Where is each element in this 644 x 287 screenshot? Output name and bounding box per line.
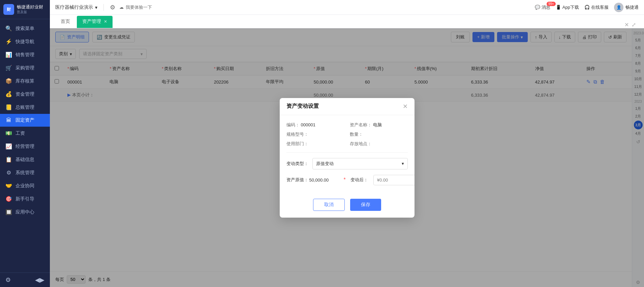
window-controls: ✕ ⤢: [624, 22, 639, 28]
tab-home[interactable]: 首页: [55, 16, 75, 28]
sidebar-item-label: 采购管理: [16, 65, 34, 71]
company-chevron-icon: ▾: [95, 5, 97, 10]
service-icon: 🎧: [584, 5, 590, 10]
experience-icon: ☁: [119, 5, 124, 10]
sidebar-item-label: 库存核算: [16, 78, 34, 84]
dialog-footer: 取消 保存: [280, 199, 415, 218]
asset-change-dialog: 资产变动设置 ✕ 编码： 000001 资产名称： 电脑: [280, 98, 415, 218]
sidebar-item-label: 经营管理: [16, 144, 34, 150]
content-area: 📄 资产明细 🔄 变更生成凭证 刘账 + 新增 批量操作 ▾ ↑: [50, 28, 644, 287]
collapse-icon[interactable]: ◀▶: [35, 276, 44, 284]
cancel-btn[interactable]: 取消: [313, 199, 345, 211]
change-type-label: 变动类型：: [286, 161, 308, 167]
after-value-input[interactable]: [373, 175, 415, 185]
original-label: 资产原值：: [286, 177, 305, 183]
sidebar-item-label: 资金管理: [16, 91, 34, 97]
sidebar-item-enterprise[interactable]: 🤝企业协同: [0, 179, 50, 192]
dialog-header: 资产变动设置 ✕: [280, 98, 415, 115]
user-btn[interactable]: 👤 畅捷通: [614, 3, 639, 12]
original-value-row: 资产原值： 50,000.00 * 变动后：: [286, 175, 408, 185]
sidebar-item-payroll[interactable]: 💵工资: [0, 127, 50, 140]
purchase-icon: 🛒: [5, 65, 12, 71]
ledger-icon: 📒: [5, 104, 12, 110]
info-code: 编码： 000001: [286, 122, 344, 128]
dialog-close-btn[interactable]: ✕: [403, 103, 408, 110]
tab-home-label: 首页: [61, 19, 70, 24]
window-close-icon[interactable]: ✕: [624, 22, 629, 28]
logo-sub: 普及版: [17, 10, 43, 14]
dept-label: 使用部门：: [286, 141, 308, 147]
sidebar-item-label: 总账管理: [16, 104, 34, 110]
info-spec: 规格型号：: [286, 131, 344, 137]
topbar-right: 💬 消息 99+ 📱 App下载 🎧 在线客服 👤 畅捷通: [535, 3, 639, 12]
asset-name-value: 电脑: [373, 122, 382, 128]
sidebar-item-guide[interactable]: 🎯新手引导: [0, 192, 50, 205]
sidebar-item-basic-info[interactable]: 📋基础信息: [0, 153, 50, 166]
after-label: 变动后：: [350, 177, 369, 183]
experience-btn[interactable]: ☁ 我要体验一下: [119, 4, 152, 10]
sidebar-item-quick-nav[interactable]: ⚡快捷导航: [0, 35, 50, 48]
online-service-btn[interactable]: 🎧 在线客服: [584, 4, 609, 10]
inventory-icon: 📦: [5, 78, 12, 84]
app-download-btn[interactable]: 📱 App下载: [556, 4, 579, 10]
sidebar-item-purchase[interactable]: 🛒采购管理: [0, 61, 50, 74]
tab-close-icon[interactable]: ✕: [104, 19, 107, 24]
sidebar-item-search[interactable]: 🔍搜索菜单: [0, 22, 50, 35]
tab-asset-management[interactable]: 资产管理 ✕: [77, 16, 113, 28]
sidebar-item-inventory[interactable]: 📦库存核算: [0, 74, 50, 88]
info-quantity: 数量：: [350, 131, 408, 137]
dialog-info-grid: 编码： 000001 资产名称： 电脑 规格型号： 数量：: [286, 122, 408, 153]
quantity-label: 数量：: [350, 131, 363, 137]
sales-icon: 📊: [5, 52, 12, 58]
info-asset-name: 资产名称： 电脑: [350, 122, 408, 128]
sidebar-nav: 🔍搜索菜单⚡快捷导航📊销售管理🛒采购管理📦库存核算💰资金管理📒总账管理🏛固定资产…: [0, 19, 50, 273]
sidebar-item-label: 企业协同: [16, 183, 34, 189]
finance-icon: 💰: [5, 91, 12, 97]
message-icon: 💬: [535, 5, 540, 10]
guide-icon: 🎯: [5, 196, 12, 202]
sidebar-item-app-center[interactable]: 🔲应用中心: [0, 205, 50, 219]
sidebar-item-ledger[interactable]: 📒总账管理: [0, 101, 50, 114]
sidebar-item-fixed-assets[interactable]: 🏛固定资产: [0, 114, 50, 127]
avatar: 👤: [614, 3, 623, 12]
window-expand-icon[interactable]: ⤢: [632, 22, 636, 28]
quick-nav-icon: ⚡: [5, 38, 12, 45]
dialog-title: 资产变动设置: [286, 103, 319, 110]
enterprise-icon: 🤝: [5, 183, 12, 189]
topbar-divider: [103, 4, 104, 11]
sidebar-item-finance[interactable]: 💰资金管理: [0, 88, 50, 101]
save-btn[interactable]: 保存: [350, 199, 381, 211]
payroll-icon: 💵: [5, 130, 12, 136]
settings-icon[interactable]: ⚙: [110, 4, 115, 11]
sidebar-item-label: 新手引导: [16, 196, 34, 202]
app-center-icon: 🔲: [5, 209, 12, 215]
company-selector[interactable]: 医疗器械行业演示 ▾: [55, 4, 97, 10]
required-star: *: [344, 177, 346, 183]
tabbar: 首页 资产管理 ✕ ✕ ⤢: [50, 15, 644, 28]
system-icon: ⚙: [5, 169, 12, 176]
spec-label: 规格型号：: [286, 131, 308, 137]
sidebar-item-system[interactable]: ⚙系统管理: [0, 166, 50, 179]
service-label: 在线客服: [591, 4, 609, 10]
change-type-value: 原值变动: [316, 161, 334, 167]
change-type-row: 变动类型： 原值变动 ▾: [286, 158, 408, 169]
sidebar-item-sales[interactable]: 📊销售管理: [0, 48, 50, 61]
operations-icon: 📈: [5, 143, 12, 150]
info-dept: 使用部门：: [286, 141, 344, 147]
settings-icon[interactable]: ⚙: [5, 276, 11, 284]
app-label: App下载: [562, 4, 579, 10]
sidebar-item-label: 固定资产: [16, 117, 34, 123]
main-area: 医疗器械行业演示 ▾ ⚙ ☁ 我要体验一下 💬 消息 99+ 📱 App下载 🎧…: [50, 0, 644, 287]
message-btn[interactable]: 💬 消息 99+: [535, 4, 550, 10]
username: 畅捷通: [625, 4, 639, 10]
code-value: 000001: [301, 122, 315, 127]
topbar: 医疗器械行业演示 ▾ ⚙ ☁ 我要体验一下 💬 消息 99+ 📱 App下载 🎧…: [50, 0, 644, 15]
info-location: 存放地点：: [350, 141, 408, 147]
change-type-select[interactable]: 原值变动 ▾: [312, 158, 408, 169]
sidebar-item-label: 搜索菜单: [16, 26, 34, 32]
change-type-chevron-icon: ▾: [402, 161, 404, 166]
location-label: 存放地点：: [350, 141, 372, 147]
sidebar-item-operations[interactable]: 📈经营管理: [0, 140, 50, 153]
app-icon: 📱: [556, 5, 561, 10]
asset-name-label: 资产名称：: [350, 122, 372, 128]
